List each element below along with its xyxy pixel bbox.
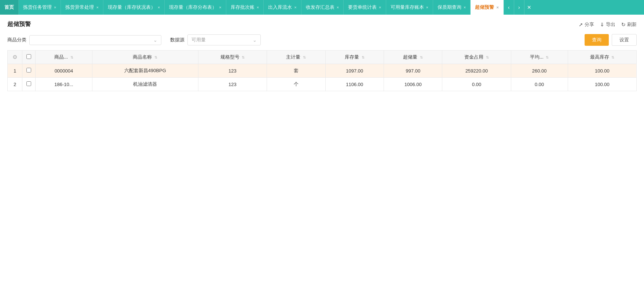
- col-capital-label: 资金占用: [464, 54, 483, 60]
- datasource-select[interactable]: 可用量 ⌄: [187, 34, 261, 45]
- nav-summary[interactable]: 收发存汇总表 ×: [301, 0, 344, 15]
- cell-avg: 0.00: [511, 78, 568, 91]
- close-summary[interactable]: ×: [337, 5, 339, 10]
- category-select[interactable]: ⌄: [29, 35, 161, 45]
- sort-product-code-icon[interactable]: ⇅: [70, 55, 73, 59]
- close-exception[interactable]: ×: [96, 5, 98, 10]
- cell-checkbox[interactable]: [22, 64, 36, 78]
- nav-batch-ledger[interactable]: 库存批次账 ×: [226, 0, 264, 15]
- nav-next-button[interactable]: ›: [514, 0, 524, 15]
- share-label: 分享: [585, 21, 594, 28]
- nav-expiry[interactable]: 保质期查询 ×: [433, 0, 471, 15]
- category-filter-group: 商品分类 ⌄: [7, 35, 161, 45]
- col-spec-label: 规格型号: [220, 54, 239, 60]
- export-icon: ⇓: [600, 22, 604, 27]
- close-order-stats[interactable]: ×: [379, 5, 381, 10]
- col-overstock-label: 超储量: [403, 54, 417, 60]
- col-unit[interactable]: 主计量 ⇅: [267, 51, 325, 64]
- setting-button[interactable]: 设置: [612, 34, 637, 46]
- col-product-name[interactable]: 商品名称 ⇅: [92, 51, 198, 64]
- filter-row: 商品分类 ⌄ 数据源 可用量 ⌄ 查询 设置: [7, 34, 637, 46]
- cell-index: 2: [8, 78, 22, 91]
- select-all-checkbox[interactable]: [26, 54, 31, 59]
- data-table: ⚙ 商品... ⇅ 商品名称 ⇅ 规格型号 ⇅ 主计量: [7, 50, 637, 91]
- close-available-book[interactable]: ×: [426, 5, 428, 10]
- col-gear[interactable]: ⚙: [8, 51, 22, 64]
- datasource-label: 数据源: [170, 37, 184, 43]
- cell-unit: 套: [267, 64, 325, 78]
- nav-overstock-alert[interactable]: 超储预警 ×: [471, 0, 503, 15]
- cell-overstock: 1006.00: [384, 78, 442, 91]
- col-avg[interactable]: 平均... ⇅: [511, 51, 568, 64]
- cell-index: 1: [8, 64, 22, 78]
- cell-unit: 个: [267, 78, 325, 91]
- close-overstock-alert[interactable]: ×: [496, 5, 498, 10]
- cell-checkbox[interactable]: [22, 78, 36, 91]
- nav-inout-flow[interactable]: 出入库流水 ×: [264, 0, 301, 15]
- nav-available-book[interactable]: 可用量库存账本 ×: [386, 0, 433, 15]
- col-capital[interactable]: 资金占用 ⇅: [442, 51, 511, 64]
- filter-buttons: 查询 设置: [585, 34, 637, 46]
- col-spec[interactable]: 规格型号 ⇅: [198, 51, 267, 64]
- header-actions: ➚ 分享 ⇓ 导出 ↻ 刷新: [579, 21, 637, 28]
- gear-icon[interactable]: ⚙: [12, 54, 17, 60]
- cell-avg: 260.00: [511, 64, 568, 78]
- sort-capital-icon[interactable]: ⇅: [486, 55, 489, 59]
- page-title: 超储预警: [7, 21, 31, 28]
- sort-spec-icon[interactable]: ⇅: [242, 55, 245, 59]
- close-inout-flow[interactable]: ×: [294, 5, 296, 10]
- nav-task-mgmt[interactable]: 拣货任务管理 ×: [19, 0, 61, 15]
- nav-prev-button[interactable]: ‹: [504, 0, 514, 15]
- col-max-stock[interactable]: 最高库存 ⇅: [568, 51, 636, 64]
- sort-product-name-icon[interactable]: ⇅: [154, 55, 157, 59]
- refresh-icon: ↻: [621, 22, 626, 27]
- refresh-label: 刷新: [627, 21, 637, 28]
- row-checkbox[interactable]: [26, 68, 31, 73]
- nav-home[interactable]: 首页: [0, 0, 19, 15]
- cell-product-code: 186-10...: [36, 78, 92, 91]
- nav-menu-button[interactable]: ✕: [524, 0, 534, 15]
- cell-product-name: 机油滤清器: [92, 78, 198, 91]
- sort-stock-icon[interactable]: ⇅: [362, 55, 365, 59]
- nav-exception[interactable]: 拣货异常处理 ×: [61, 0, 103, 15]
- nav-order-stats[interactable]: 要货单统计表 ×: [344, 0, 386, 15]
- sort-avg-icon[interactable]: ⇅: [546, 55, 549, 59]
- nav-inventory-dist[interactable]: 现存量（库存分布表） ×: [165, 0, 226, 15]
- cell-max-stock: 100.00: [568, 78, 636, 91]
- datasource-value: 可用量: [191, 37, 206, 43]
- col-avg-label: 平均...: [530, 54, 544, 60]
- category-label: 商品分类: [7, 37, 26, 43]
- col-stock[interactable]: 库存量 ⇅: [325, 51, 384, 64]
- close-task-mgmt[interactable]: ×: [54, 5, 56, 10]
- export-label: 导出: [606, 21, 615, 28]
- query-button[interactable]: 查询: [585, 34, 609, 46]
- topbar: 首页 拣货任务管理 × 拣货异常处理 × 现存量（库存状况表） × 现存量（库存…: [0, 0, 644, 15]
- cell-max-stock: 100.00: [568, 64, 636, 78]
- cell-capital: 259220.00: [442, 64, 511, 78]
- cell-overstock: 997.00: [384, 64, 442, 78]
- col-stock-label: 库存量: [345, 54, 359, 60]
- datasource-filter-group: 数据源 可用量 ⌄: [170, 34, 261, 45]
- close-inventory-dist[interactable]: ×: [219, 5, 221, 10]
- col-overstock[interactable]: 超储量 ⇅: [384, 51, 442, 64]
- cell-capital: 0.00: [442, 78, 511, 91]
- col-product-code[interactable]: 商品... ⇅: [36, 51, 92, 64]
- sort-max-stock-icon[interactable]: ⇅: [611, 55, 614, 59]
- export-action[interactable]: ⇓ 导出: [600, 21, 615, 28]
- share-action[interactable]: ➚ 分享: [579, 21, 594, 28]
- sort-overstock-icon[interactable]: ⇅: [420, 55, 423, 59]
- row-checkbox[interactable]: [26, 81, 31, 86]
- cell-product-name: 六配套新昌490BPG: [92, 64, 198, 78]
- refresh-action[interactable]: ↻ 刷新: [621, 21, 637, 28]
- col-product-name-label: 商品名称: [133, 54, 152, 60]
- share-icon: ➚: [579, 22, 583, 27]
- table-row: 10000004六配套新昌490BPG123套1097.00997.002592…: [8, 64, 637, 78]
- datasource-arrow-icon: ⌄: [253, 37, 257, 43]
- close-expiry[interactable]: ×: [464, 5, 466, 10]
- page-content: 超储预警 ➚ 分享 ⇓ 导出 ↻ 刷新 商品分类 ⌄ 数据源: [0, 15, 644, 293]
- sort-unit-icon[interactable]: ⇅: [303, 55, 306, 59]
- nav-inventory-status[interactable]: 现存量（库存状况表） ×: [103, 0, 165, 15]
- close-batch-ledger[interactable]: ×: [257, 5, 259, 10]
- table-header-row: ⚙ 商品... ⇅ 商品名称 ⇅ 规格型号 ⇅ 主计量: [8, 51, 637, 64]
- close-inventory-status[interactable]: ×: [158, 5, 160, 10]
